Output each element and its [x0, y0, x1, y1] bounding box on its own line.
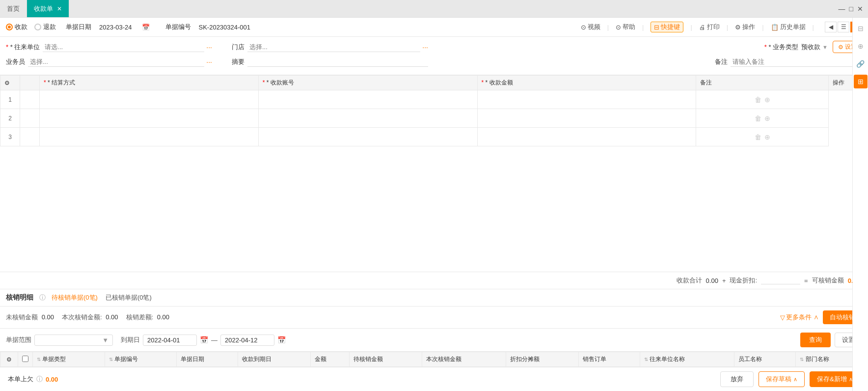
radio-refund[interactable]: 退款: [34, 23, 56, 31]
row-3-remark[interactable]: [477, 128, 696, 146]
tab-receipt[interactable]: 收款单 ✕: [27, 0, 69, 17]
date-from-icon[interactable]: 📅: [200, 336, 208, 344]
row-1-ops: 🗑 ⊕: [696, 90, 829, 109]
select-all-checkbox[interactable]: [22, 356, 28, 362]
right-panel-layer-icon[interactable]: ⊕: [854, 39, 868, 53]
discount-input[interactable]: [761, 277, 800, 284]
shop-input[interactable]: [247, 42, 420, 52]
form-row-2: 业务员 ··· 摘要 备注: [6, 57, 862, 67]
row-1-settlement[interactable]: [20, 90, 40, 109]
diff-value: 0.00: [157, 313, 169, 321]
row-2-delete-icon[interactable]: 🗑: [755, 114, 761, 122]
row-1-remark[interactable]: [477, 90, 696, 109]
view-btn-left[interactable]: ◀: [825, 22, 837, 32]
date-to-input[interactable]: [220, 335, 274, 346]
footer: 本单上欠 ⓘ 0.00 放弃 保存草稿 ∧ 保存&新增 ∧: [0, 367, 868, 391]
counterparty-more-icon[interactable]: ···: [206, 43, 212, 51]
counterparty-input[interactable]: [43, 42, 204, 52]
summary-input[interactable]: [247, 57, 428, 67]
business-type-select[interactable]: 预收款 ▼: [801, 43, 828, 52]
row-num-1: 1: [0, 90, 20, 109]
pending-tab[interactable]: 待核销单据(0笔): [52, 293, 98, 302]
lower-type-header: ⇅ 单据类型: [33, 352, 105, 367]
row-1-account[interactable]: [40, 90, 259, 109]
staff-more-icon[interactable]: ···: [206, 58, 212, 66]
table-settlement-header: * 结算方式: [40, 76, 259, 90]
lower-checkbox-header[interactable]: [18, 352, 33, 367]
discard-btn[interactable]: 放弃: [720, 371, 754, 387]
row-3-delete-icon[interactable]: 🗑: [755, 133, 761, 141]
remark-input[interactable]: [731, 57, 862, 67]
row-3-copy-icon[interactable]: ⊕: [764, 133, 770, 141]
row-2-account[interactable]: [40, 109, 259, 128]
row-3-account[interactable]: [40, 128, 259, 146]
date-filter-field: 到期日 📅 — 📅: [121, 335, 286, 346]
radio-receipt[interactable]: 收款: [6, 23, 27, 31]
staff-input[interactable]: [28, 57, 204, 67]
doc-date-value: 2023-03-24: [99, 24, 132, 31]
row-3-amount[interactable]: [258, 128, 477, 146]
query-btn[interactable]: 查询: [800, 333, 831, 347]
row-2-amount[interactable]: [258, 109, 477, 128]
unchecked-value: 0.00: [42, 313, 54, 321]
lower-pending-header: 待核销金额: [349, 352, 422, 367]
save-draft-btn[interactable]: 保存草稿 ∧: [759, 371, 805, 387]
form-row-1: * 往来单位 ··· 门店 ··· * 业务类型 预收款 ▼ ⚙: [6, 41, 862, 53]
print-action[interactable]: 🖨 打印: [699, 23, 720, 31]
doc-date-picker-icon[interactable]: 📅: [142, 24, 150, 31]
right-panel-expand-icon[interactable]: ⊞: [854, 75, 868, 88]
operation-label: 操作: [742, 23, 755, 31]
row-1-copy-icon[interactable]: ⊕: [764, 96, 770, 104]
lower-sales-order-header: 销售订单: [578, 352, 640, 367]
date-to-icon[interactable]: 📅: [277, 336, 286, 344]
help-label: 帮助: [623, 23, 635, 31]
row-2-remark[interactable]: [477, 109, 696, 128]
lower-discount-header: 折扣分摊额: [506, 352, 578, 367]
table-rownum-header: [20, 76, 40, 90]
row-2-ops: 🗑 ⊕: [696, 109, 829, 128]
shortcut-action[interactable]: ⊟ 快捷键: [651, 22, 683, 32]
operation-icon: ⚙: [735, 24, 741, 31]
row-2-settlement[interactable]: [20, 109, 40, 128]
pending-tab-label: 待核销单据(0笔): [52, 294, 98, 301]
business-type-label: * 业务类型: [764, 43, 798, 52]
shop-more-icon[interactable]: ···: [422, 43, 428, 51]
table-gear-header[interactable]: ⚙: [0, 76, 20, 90]
row-1-delete-icon[interactable]: 🗑: [755, 96, 761, 104]
tab-receipt-close[interactable]: ✕: [57, 5, 62, 12]
video-icon: ⊙: [581, 24, 586, 31]
tab-home[interactable]: 首页: [0, 0, 27, 17]
row-2-copy-icon[interactable]: ⊕: [764, 114, 770, 122]
doc-date-label: 单据日期: [66, 23, 91, 31]
available-label: 可核销金额: [812, 276, 844, 285]
lower-gear-header[interactable]: ⚙: [0, 352, 18, 367]
verify-info-icon[interactable]: ⓘ: [39, 293, 46, 302]
history-action[interactable]: 📋 历史单据: [771, 23, 806, 31]
window-close-btn[interactable]: ✕: [857, 5, 863, 13]
print-label: 打印: [707, 23, 720, 31]
date-from-input[interactable]: [143, 335, 197, 346]
right-panel-table-icon[interactable]: ⊟: [854, 22, 868, 35]
help-action[interactable]: ⊙ 帮助: [616, 23, 635, 31]
help-icon: ⊙: [616, 24, 621, 31]
video-action[interactable]: ⊙ 视频: [581, 23, 600, 31]
done-tab[interactable]: 已核销单据(0笔): [106, 293, 152, 302]
staff-label: 业务员: [6, 57, 25, 66]
window-maximize-btn[interactable]: □: [849, 5, 853, 13]
done-tab-label: 已核销单据(0笔): [106, 294, 152, 301]
form-area: * 往来单位 ··· 门店 ··· * 业务类型 预收款 ▼ ⚙: [0, 37, 868, 75]
operation-action[interactable]: ⚙ 操作: [735, 23, 755, 31]
right-panel: ⊟ ⊕ 🔗 ⊞: [852, 18, 868, 391]
view-btn-list[interactable]: ☰: [838, 22, 849, 32]
lower-num-header: ⇅ 单据编号: [105, 352, 177, 367]
window-minimize-btn[interactable]: —: [839, 5, 845, 13]
radio-refund-label: 退款: [43, 23, 56, 31]
right-panel-link-icon[interactable]: 🔗: [854, 57, 868, 71]
lower-date-header: 单据日期: [177, 352, 238, 367]
row-1-amount[interactable]: [258, 90, 477, 109]
row-3-settlement[interactable]: [20, 128, 40, 146]
current-stat: 本次核销金额: 0.00: [62, 313, 118, 322]
range-select[interactable]: ▼: [34, 335, 113, 346]
more-conditions-btn[interactable]: ▽ 更多条件 ∧: [780, 313, 819, 322]
footer-info-icon[interactable]: ⓘ: [36, 375, 43, 384]
